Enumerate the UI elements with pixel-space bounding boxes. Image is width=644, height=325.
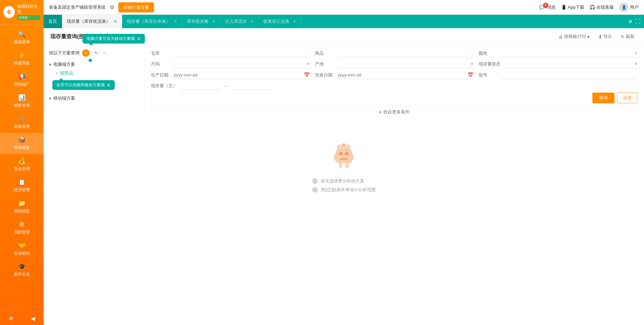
sidebar-item-quick[interactable]: ⚡ 快捷导航 [0, 48, 44, 69]
warehouse-label: 仓库 [151, 50, 171, 56]
color-select[interactable]: ▾ [501, 49, 637, 57]
tab-close-all-icon[interactable]: ✕ [628, 18, 633, 25]
desktop-scheme-group[interactable]: ▾ 电脑端方案 [49, 60, 139, 69]
prod-date-field[interactable] [174, 72, 304, 77]
tooltip2-close[interactable]: ✕ [107, 83, 111, 88]
prod-date-calendar-icon[interactable]: 📅 [304, 72, 310, 77]
bottom-settings-icon[interactable]: ⚙ [9, 315, 13, 322]
tab-in-out-flow-label: 出入库流水 [225, 18, 247, 24]
tab-fullscreen-icon[interactable]: ⛶ [635, 18, 641, 24]
add-scheme-button[interactable]: + [82, 49, 90, 57]
sidebar-item-operations[interactable]: 📋 经营管理 [0, 175, 44, 196]
tab-inventory-dist-close[interactable]: ✕ [174, 19, 177, 24]
tab-batch-ledger-close[interactable]: ✕ [212, 19, 215, 24]
sidebar-item-sales[interactable]: 📊 销售管理 [0, 91, 44, 112]
goods-select[interactable]: ··· [338, 49, 474, 57]
refresh-button[interactable]: ↻ 刷新 [618, 32, 637, 41]
edit-scheme-button[interactable]: ✎ [92, 49, 100, 57]
tab-in-out-flow-close[interactable]: ✕ [250, 19, 254, 24]
sidebar-item-marketing[interactable]: 📢 营销推广 [0, 69, 44, 91]
basic-icon: 📁 [18, 200, 25, 207]
finance-icon: 💰 [18, 157, 25, 165]
inv-status-select[interactable]: ▾ [503, 60, 637, 68]
sidebar-item-label: 快捷导航 [14, 60, 30, 66]
mobile-scheme-group[interactable]: ▾ 移动端方案 [49, 94, 139, 103]
sidebar-item-label: 库存核算 [14, 145, 30, 151]
sidebar-item-system[interactable]: ⚙ 系统管理 [0, 217, 44, 238]
filter-field-batch: 批号 [479, 71, 637, 79]
step2-text: 用[过滤]条件来缩小分析范围 [321, 187, 375, 193]
sidebar-item-finance[interactable]: 💰 资金管理 [0, 154, 44, 175]
filter-header: 按以下方案查询 + ✎ ← 电脑方案可设为移动方案哦 ✕ [49, 49, 139, 57]
sidebar-item-guide[interactable]: 🎓 新手引导 [0, 260, 44, 281]
marketing-icon: 📢 [18, 73, 25, 80]
svg-rect-7 [345, 163, 349, 168]
tab-inventory-status-close[interactable]: ✕ [114, 19, 117, 24]
origin-label: 产地 [315, 61, 335, 67]
warehouse-dots[interactable]: ··· [304, 51, 310, 56]
batch-label: 批号 [479, 72, 499, 78]
tab-batch-ledger[interactable]: 库存批次账 ✕ [182, 15, 220, 28]
filter-row-4: 现存量（主） — [151, 82, 637, 90]
sidebar-item-search[interactable]: 🔍 搜索菜单 [0, 27, 44, 48]
exp-date-input[interactable]: 📅 [338, 71, 474, 79]
tab-home-label: 首页 [48, 18, 57, 24]
sidebar-item-label: 经营管理 [14, 187, 30, 193]
sidebar-item-label: 新手引导 [14, 272, 30, 277]
tooltip2-text: 这里可以创建和修改方案哦 [56, 82, 105, 88]
exp-date-calendar-icon[interactable]: 📅 [468, 72, 473, 77]
sidebar-item-basic[interactable]: 📁 基础信息 [0, 196, 44, 217]
guide-icon: 🎓 [18, 263, 25, 270]
messages-button[interactable]: 💬 6 消息 [539, 4, 556, 10]
empty-step-1: 1 请先选择要分析的方案 [312, 178, 375, 184]
support-button[interactable]: 🎧 在线客服 [590, 4, 614, 10]
export-button[interactable]: ⬇ 导出 [596, 32, 615, 41]
print-button[interactable]: 🖨 按模板打印 ▾ [556, 32, 592, 41]
collapse-button[interactable]: ∧ 收起更多条件 [379, 109, 410, 115]
user-button[interactable]: 👤 用户 [619, 3, 639, 12]
logo-icon: 6 [3, 6, 15, 18]
svg-rect-5 [351, 155, 354, 160]
header-gear-icon[interactable]: ⚙ [110, 4, 114, 10]
tab-home[interactable]: 首页 [44, 15, 62, 28]
tooltip1-close[interactable]: ✕ [137, 36, 141, 42]
size-select[interactable]: ▾ [174, 60, 310, 68]
sidebar-item-inventory[interactable]: 📦 库存核算 [0, 133, 44, 154]
sidebar-item-label: 搜索菜单 [14, 39, 30, 45]
sidebar-item-enterprise[interactable]: 🤝 企业协同 [0, 238, 44, 260]
svg-rect-0 [335, 150, 352, 163]
mobile-expand-icon: ▾ [49, 96, 51, 101]
goods-dots[interactable]: ··· [468, 51, 473, 56]
back-arrow-icon[interactable]: ← [102, 50, 108, 56]
batch-input[interactable] [501, 71, 637, 79]
tab-inventory-status[interactable]: 现存量（库存状况表） ✕ [62, 15, 122, 28]
warehouse-select[interactable]: ··· [174, 49, 310, 57]
support-icon: 🎧 [590, 5, 595, 10]
tab-inventory-dist[interactable]: 现存量（库存分布表） ✕ [122, 15, 182, 28]
query-button[interactable]: 查询 [592, 93, 614, 103]
color-label: 颜色 [479, 50, 499, 56]
user-label: 用户 [630, 4, 639, 10]
tooltip1-container: 电脑方案可设为移动方案哦 ✕ [83, 34, 145, 44]
inv-qty-max-input[interactable] [230, 82, 271, 90]
origin-select[interactable]: ▾ [338, 60, 474, 68]
filter-row-2: 尺码 ▾ 产地 ▾ 现存量状态 [151, 60, 637, 68]
tab-recv-summary-close[interactable]: ✕ [293, 19, 296, 24]
reset-button[interactable]: 设置 [617, 93, 637, 103]
inv-qty-min-input[interactable] [180, 82, 221, 90]
tab-in-out-flow[interactable]: 出入库流水 ✕ [220, 15, 259, 28]
prod-date-input[interactable]: 📅 [174, 71, 310, 79]
tab-recv-summary[interactable]: 收发存汇总表 ✕ [259, 15, 301, 28]
bottom-collapse-icon[interactable]: ◀ [31, 315, 35, 322]
sidebar-item-purchase[interactable]: 🛒 采购管理 [0, 112, 44, 133]
item-expand-icon: ▾ [56, 71, 58, 76]
enterprise-icon: 🤝 [18, 242, 25, 249]
quick-icon: ⚡ [18, 52, 25, 59]
app-download-button[interactable]: 📱 App下载 [561, 4, 584, 10]
sys-name: 装备及固定资产辅助管理系统 [49, 4, 106, 10]
empty-steps: 1 请先选择要分析的方案 2 用[过滤]条件来缩小分析范围 [312, 178, 375, 196]
filter-field-origin: 产地 ▾ [315, 60, 474, 68]
desktop-scheme-item[interactable]: ▾ 按照品 [56, 69, 139, 77]
industry-plan-button[interactable]: 体验行业方案 [118, 2, 154, 12]
exp-date-field[interactable] [338, 72, 468, 77]
